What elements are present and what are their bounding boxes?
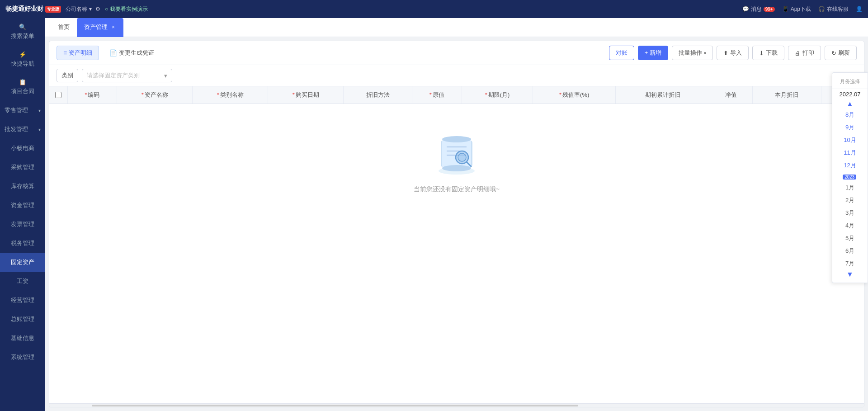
empty-illustration <box>429 131 484 176</box>
month-item-11[interactable]: 11月 <box>832 146 868 159</box>
sidebar-item-basic-info[interactable]: 基础信息 <box>0 329 45 348</box>
sidebar-item-invoice-mgmt[interactable]: 发票管理 <box>0 215 45 234</box>
col-depreciation-method: 折旧方法 <box>344 86 412 104</box>
arrow-icon: ▾ <box>38 127 41 132</box>
list-icon: ≡ <box>63 49 67 57</box>
table-container: *编码 *资产名称 *类别名称 *购买日期 折旧方法 *原值 *期限(月) *残… <box>49 86 864 403</box>
content-area: 首页 资产管理 × ≡ 资产明细 📄 变更生成凭证 <box>45 18 868 411</box>
sidebar-item-project-contract[interactable]: 📋 项目合同 <box>0 73 45 101</box>
sidebar-item-general-ledger[interactable]: 总账管理 <box>0 310 45 329</box>
sidebar-item-fund-mgmt[interactable]: 资金管理 <box>0 196 45 215</box>
category-select[interactable]: 请选择固定资产类别 ▾ <box>82 69 172 82</box>
sidebar-item-wholesale-mgmt[interactable]: 批发管理 ▾ <box>0 120 45 139</box>
refresh-icon: ↻ <box>831 50 836 57</box>
col-code: *编码 <box>67 86 117 104</box>
sub-tab-asset-detail[interactable]: ≡ 资产明细 <box>57 46 99 60</box>
edition-badge: 专业版 <box>45 6 61 13</box>
top-bar-left: 畅捷通好业财 专业版 公司名称 ▾ ⚙ ○ 我要看实例演示 <box>5 5 148 13</box>
month-item-1[interactable]: 1月 <box>832 181 868 194</box>
top-bar-right: 💬 消息 99+ 📱 App下载 🎧 在线客服 👤 <box>742 5 863 13</box>
col-checkbox <box>49 86 67 104</box>
sidebar-item-ecommerce[interactable]: 小畅电商 <box>0 139 45 158</box>
import-icon: ⬆ <box>723 50 728 57</box>
settings-icon[interactable]: ⚙ <box>95 6 100 12</box>
month-item-4[interactable]: 4月 <box>832 219 868 232</box>
year-2023-badge: 2023 <box>832 172 868 181</box>
user-avatar[interactable]: 👤 <box>856 6 863 12</box>
headset-icon: 🎧 <box>818 6 825 12</box>
filter-row: 类别 请选择固定资产类别 ▾ <box>49 65 864 86</box>
month-item-2[interactable]: 2月 <box>832 194 868 207</box>
sidebar-item-business-mgmt[interactable]: 经营管理 <box>0 291 45 310</box>
svg-point-3 <box>442 136 471 142</box>
sub-tab-change-voucher[interactable]: 📄 变更生成凭证 <box>103 46 161 60</box>
page-inner: ≡ 资产明细 📄 变更生成凭证 对账 + 新增 批量操作 ▾ <box>49 41 864 407</box>
chevron-down-icon: ▾ <box>164 72 167 79</box>
search-icon: 🔍 <box>19 24 26 30</box>
col-monthly-depreciation: 本月折旧 <box>753 86 821 104</box>
month-item-7[interactable]: 7月 <box>832 257 868 270</box>
month-item-5[interactable]: 5月 <box>832 232 868 245</box>
scrollbar-thumb[interactable] <box>92 405 578 406</box>
contract-icon: 📋 <box>19 79 26 85</box>
online-service-button[interactable]: 🎧 在线客服 <box>818 5 849 13</box>
col-original-value: *原值 <box>412 86 462 104</box>
download-icon: ⬇ <box>759 50 764 57</box>
col-residual-rate: *残值率(%) <box>533 86 616 104</box>
month-up-button[interactable]: ▲ <box>832 99 868 109</box>
add-new-button[interactable]: + 新增 <box>638 46 668 60</box>
col-category: *类别名称 <box>193 86 268 104</box>
sidebar-item-retail-mgmt[interactable]: 零售管理 ▾ <box>0 101 45 120</box>
demo-link[interactable]: ○ 我要看实例演示 <box>105 5 148 13</box>
print-button[interactable]: 🖨 打印 <box>788 46 821 60</box>
app-download-button[interactable]: 📱 App下载 <box>782 5 811 13</box>
sidebar: 🔍 搜索菜单 ⚡ 快捷导航 📋 项目合同 零售管理 ▾ 批发管理 ▾ 小畅电商 … <box>0 18 45 411</box>
sidebar-item-payroll[interactable]: 工资 <box>0 272 45 291</box>
main-layout: 🔍 搜索菜单 ⚡ 快捷导航 📋 项目合同 零售管理 ▾ 批发管理 ▾ 小畅电商 … <box>0 18 868 411</box>
sidebar-item-quick-nav[interactable]: ⚡ 快捷导航 <box>0 46 45 73</box>
app-name: 畅捷通好业财 <box>5 5 43 13</box>
reconcile-button[interactable]: 对账 <box>609 46 634 60</box>
empty-state: 当前您还没有固定资产明细哦~ <box>49 104 864 221</box>
month-item-6[interactable]: 6月 <box>832 245 868 257</box>
company-selector[interactable]: 公司名称 ▾ ⚙ <box>66 5 100 13</box>
asset-table: *编码 *资产名称 *类别名称 *购买日期 折旧方法 *原值 *期限(月) *残… <box>49 86 864 104</box>
col-name: *资产名称 <box>117 86 193 104</box>
month-down-button[interactable]: ▼ <box>832 270 868 279</box>
month-item-9[interactable]: 9月 <box>832 121 868 134</box>
sidebar-item-inventory[interactable]: 库存核算 <box>0 177 45 196</box>
sidebar-item-tax-mgmt[interactable]: 税务管理 <box>0 234 45 253</box>
toolbar-right: 对账 + 新增 批量操作 ▾ ⬆ 导入 ⬇ 下载 🖨 <box>609 46 857 60</box>
batch-ops-button[interactable]: 批量操作 ▾ <box>672 46 713 60</box>
download-button[interactable]: ⬇ 下载 <box>752 46 784 60</box>
col-net-value: 净值 <box>710 86 752 104</box>
message-button[interactable]: 💬 消息 99+ <box>742 5 775 13</box>
sidebar-item-system-mgmt[interactable]: 系统管理 <box>0 348 45 367</box>
sidebar-item-search-menu[interactable]: 🔍 搜索菜单 <box>0 18 45 46</box>
refresh-button[interactable]: ↻ 刷新 <box>825 46 857 60</box>
message-badge: 99+ <box>764 7 775 12</box>
month-item-10[interactable]: 10月 <box>832 134 868 146</box>
horizontal-scrollbar[interactable] <box>49 403 864 407</box>
svg-point-9 <box>458 153 466 161</box>
quick-nav-icon: ⚡ <box>19 51 26 58</box>
empty-text: 当前您还没有固定资产明细哦~ <box>414 185 500 194</box>
select-all-checkbox[interactable] <box>55 92 61 98</box>
chevron-down-icon: ▾ <box>704 51 706 56</box>
import-button[interactable]: ⬆ 导入 <box>717 46 749 60</box>
col-purchase-date: *购买日期 <box>268 86 344 104</box>
tab-asset-mgmt[interactable]: 资产管理 × <box>77 18 123 37</box>
month-item-12[interactable]: 12月 <box>832 159 868 172</box>
chevron-down-icon[interactable]: ▾ <box>89 6 92 12</box>
month-item-8[interactable]: 8月 <box>832 109 868 121</box>
tab-home[interactable]: 首页 <box>51 18 77 37</box>
category-label[interactable]: 类别 <box>57 69 78 82</box>
month-list: 8月 9月 10月 11月 12月 2023 1月 2月 3月 4月 5月 6月… <box>832 109 868 270</box>
month-item-3[interactable]: 3月 <box>832 207 868 219</box>
sidebar-item-purchase-mgmt[interactable]: 采购管理 <box>0 158 45 177</box>
app-brand: 畅捷通好业财 专业版 <box>5 5 61 13</box>
col-accumulated-depreciation: 期初累计折旧 <box>616 86 710 104</box>
tab-close-button[interactable]: × <box>110 24 116 31</box>
top-bar: 畅捷通好业财 专业版 公司名称 ▾ ⚙ ○ 我要看实例演示 💬 消息 99+ 📱… <box>0 0 868 18</box>
sidebar-item-fixed-assets[interactable]: 固定资产 <box>0 253 45 272</box>
